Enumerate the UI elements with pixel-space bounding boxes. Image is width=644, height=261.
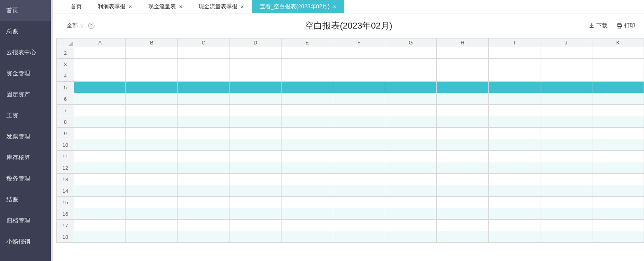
cell-H16[interactable] [437,208,488,220]
cell-I2[interactable] [488,47,540,59]
cell-G10[interactable] [385,139,436,151]
col-header-G[interactable]: G [385,38,436,47]
cell-E3[interactable] [281,59,333,70]
cell-K4[interactable] [592,70,644,82]
cell-A6[interactable] [74,93,126,105]
cell-E9[interactable] [281,128,333,139]
cell-F15[interactable] [333,197,385,208]
cell-B2[interactable] [126,47,177,59]
row-header-17[interactable]: 17 [57,220,74,231]
row-header-4[interactable]: 4 [57,70,74,82]
col-header-D[interactable]: D [229,38,281,47]
cell-H8[interactable] [437,116,488,128]
cell-B10[interactable] [126,139,177,151]
cell-J7[interactable] [540,105,592,116]
cell-E18[interactable] [281,231,333,243]
cell-K8[interactable] [592,116,644,128]
row-header-10[interactable]: 10 [57,139,74,151]
cell-B4[interactable] [126,70,177,82]
cell-H15[interactable] [437,197,488,208]
cell-G2[interactable] [385,47,436,59]
cell-H14[interactable] [437,185,488,197]
row-header-16[interactable]: 16 [57,208,74,220]
row-header-9[interactable]: 9 [57,128,74,139]
cell-E15[interactable] [281,197,333,208]
cell-D12[interactable] [229,162,281,174]
cell-J18[interactable] [540,231,592,243]
cell-K5[interactable] [592,82,644,93]
cell-K3[interactable] [592,59,644,70]
cell-H5[interactable] [437,82,488,93]
cell-C4[interactable] [177,70,229,82]
cell-F11[interactable] [333,151,385,162]
cell-C8[interactable] [177,116,229,128]
cell-K11[interactable] [592,151,644,162]
cell-G17[interactable] [385,220,436,231]
sheet-corner[interactable] [57,38,74,47]
cell-J3[interactable] [540,59,592,70]
cell-B17[interactable] [126,220,177,231]
cell-E8[interactable] [281,116,333,128]
cell-A5[interactable] [74,82,126,93]
cell-A15[interactable] [74,197,126,208]
cell-A13[interactable] [74,174,126,185]
cell-I7[interactable] [488,105,540,116]
cell-C12[interactable] [177,162,229,174]
close-icon[interactable]: × [333,4,336,10]
cell-H12[interactable] [437,162,488,174]
cell-D3[interactable] [229,59,281,70]
cell-J2[interactable] [540,47,592,59]
tab-4[interactable]: 查看_空白报表(2023年02月)× [252,0,344,13]
tab-2[interactable]: 现金流量表× [140,0,191,13]
cell-B18[interactable] [126,231,177,243]
cell-J10[interactable] [540,139,592,151]
cell-E12[interactable] [281,162,333,174]
cell-B6[interactable] [126,93,177,105]
cell-I16[interactable] [488,208,540,220]
col-header-E[interactable]: E [281,38,333,47]
row-header-14[interactable]: 14 [57,185,74,197]
cell-C10[interactable] [177,139,229,151]
cell-I13[interactable] [488,174,540,185]
cell-F3[interactable] [333,59,385,70]
cell-I3[interactable] [488,59,540,70]
cell-D14[interactable] [229,185,281,197]
cell-G14[interactable] [385,185,436,197]
sidebar-item-11[interactable]: 小畅报销 [0,231,51,252]
col-header-C[interactable]: C [177,38,229,47]
cell-C6[interactable] [177,93,229,105]
cell-A18[interactable] [74,231,126,243]
cell-C5[interactable] [177,82,229,93]
col-header-H[interactable]: H [437,38,488,47]
cell-I8[interactable] [488,116,540,128]
cell-D8[interactable] [229,116,281,128]
cell-E16[interactable] [281,208,333,220]
cell-H13[interactable] [437,174,488,185]
row-header-5[interactable]: 5 [57,82,74,93]
cell-H17[interactable] [437,220,488,231]
cell-E2[interactable] [281,47,333,59]
row-header-11[interactable]: 11 [57,151,74,162]
cell-B7[interactable] [126,105,177,116]
sidebar-item-10[interactable]: 归档管理 [0,210,51,231]
cell-F13[interactable] [333,174,385,185]
tab-0[interactable]: 首页 [63,0,90,13]
cell-F10[interactable] [333,139,385,151]
cell-D5[interactable] [229,82,281,93]
cell-J9[interactable] [540,128,592,139]
filter-dropdown[interactable]: 全部 ▽ ? [67,22,94,29]
row-header-3[interactable]: 3 [57,59,74,70]
cell-F2[interactable] [333,47,385,59]
cell-C15[interactable] [177,197,229,208]
cell-K15[interactable] [592,197,644,208]
col-header-F[interactable]: F [333,38,385,47]
cell-A7[interactable] [74,105,126,116]
cell-G13[interactable] [385,174,436,185]
cell-C16[interactable] [177,208,229,220]
cell-E11[interactable] [281,151,333,162]
cell-C7[interactable] [177,105,229,116]
cell-I14[interactable] [488,185,540,197]
cell-J13[interactable] [540,174,592,185]
sidebar-item-9[interactable]: 结账 [0,189,51,210]
cell-F12[interactable] [333,162,385,174]
